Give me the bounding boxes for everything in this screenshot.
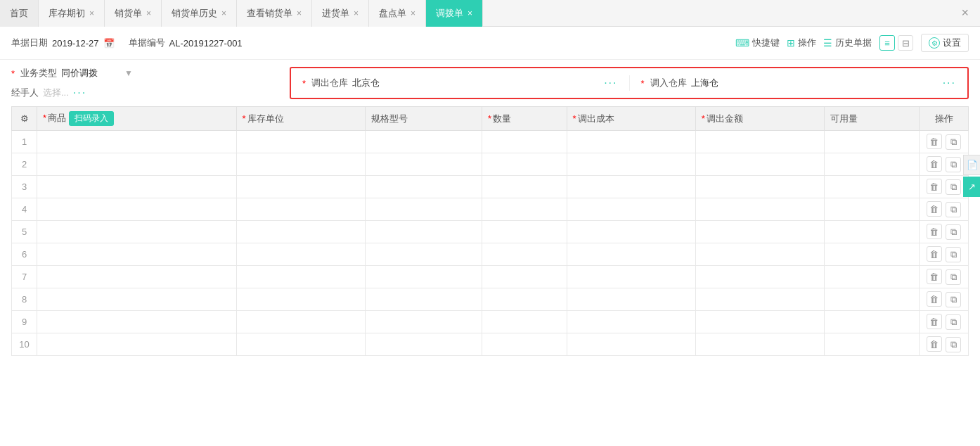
row-amount-10[interactable]	[695, 333, 824, 356]
row-cost-4[interactable]	[567, 198, 695, 221]
row-qty-3[interactable]	[482, 176, 567, 198]
delete-icon-4[interactable]: 🗑	[927, 201, 942, 217]
copy-icon-7[interactable]: ⧉	[946, 269, 961, 285]
settings-button[interactable]: ⚙ 设置	[921, 34, 969, 52]
copy-icon-3[interactable]: ⧉	[946, 179, 961, 195]
tab-inventory-init-close[interactable]: ×	[89, 8, 94, 18]
row-available-10[interactable]	[825, 333, 920, 356]
row-qty-1[interactable]	[482, 131, 567, 153]
row-amount-4[interactable]	[695, 198, 824, 221]
row-cost-9[interactable]	[567, 311, 695, 333]
row-product-7[interactable]	[37, 266, 237, 288]
row-cost-5[interactable]	[567, 221, 695, 243]
row-product-5[interactable]	[37, 221, 237, 243]
float-doc-button[interactable]: 📄	[963, 155, 980, 175]
copy-icon-8[interactable]: ⧉	[946, 292, 961, 307]
row-product-4[interactable]	[37, 198, 237, 221]
delete-icon-10[interactable]: 🗑	[927, 336, 942, 352]
row-product-9[interactable]	[37, 311, 237, 333]
row-available-7[interactable]	[825, 266, 920, 288]
tab-bar-close-button[interactable]: ×	[955, 6, 974, 20]
row-qty-2[interactable]	[482, 153, 567, 176]
tab-transfer[interactable]: 调拨单 ×	[426, 0, 483, 27]
copy-icon-2[interactable]: ⧉	[946, 157, 961, 172]
tab-view-sales[interactable]: 查看销货单 ×	[237, 0, 312, 27]
row-unit-1[interactable]	[236, 131, 365, 153]
row-qty-8[interactable]	[482, 288, 567, 311]
tab-purchase[interactable]: 进货单 ×	[312, 0, 369, 27]
delete-icon-5[interactable]: 🗑	[927, 224, 942, 239]
row-product-2[interactable]	[37, 153, 237, 176]
row-spec-2[interactable]	[365, 153, 482, 176]
row-unit-5[interactable]	[236, 221, 365, 243]
row-available-8[interactable]	[825, 288, 920, 311]
row-amount-5[interactable]	[695, 221, 824, 243]
row-cost-2[interactable]	[567, 153, 695, 176]
row-available-3[interactable]	[825, 176, 920, 198]
tab-home[interactable]: 首页	[0, 0, 39, 27]
delete-icon-7[interactable]: 🗑	[927, 269, 942, 284]
copy-icon-1[interactable]: ⧉	[946, 134, 961, 150]
tab-sales-history[interactable]: 销货单历史 ×	[162, 0, 237, 27]
copy-icon-10[interactable]: ⧉	[946, 337, 961, 352]
row-spec-9[interactable]	[365, 311, 482, 333]
copy-icon-5[interactable]: ⧉	[946, 224, 961, 240]
operations-button[interactable]: ⊞ 操作	[787, 37, 816, 49]
row-product-3[interactable]	[37, 176, 237, 198]
row-unit-6[interactable]	[236, 243, 365, 266]
row-cost-7[interactable]	[567, 266, 695, 288]
delete-icon-6[interactable]: 🗑	[927, 246, 942, 262]
row-cost-10[interactable]	[567, 333, 695, 356]
tab-inventory-init[interactable]: 库存期初 ×	[39, 0, 105, 27]
row-product-6[interactable]	[37, 243, 237, 266]
delete-icon-9[interactable]: 🗑	[927, 314, 942, 329]
row-amount-1[interactable]	[695, 131, 824, 153]
tab-transfer-close[interactable]: ×	[468, 8, 472, 18]
handler-placeholder[interactable]: 选择...	[43, 87, 69, 99]
row-unit-4[interactable]	[236, 198, 365, 221]
delete-icon-8[interactable]: 🗑	[927, 291, 942, 307]
delete-icon-3[interactable]: 🗑	[927, 179, 942, 194]
row-available-4[interactable]	[825, 198, 920, 221]
row-spec-5[interactable]	[365, 221, 482, 243]
tab-stocktake-close[interactable]: ×	[411, 8, 415, 18]
row-product-10[interactable]	[37, 333, 237, 356]
row-spec-1[interactable]	[365, 131, 482, 153]
row-unit-9[interactable]	[236, 311, 365, 333]
row-qty-4[interactable]	[482, 198, 567, 221]
row-cost-3[interactable]	[567, 176, 695, 198]
row-qty-5[interactable]	[482, 221, 567, 243]
row-available-5[interactable]	[825, 221, 920, 243]
tab-sales-order-close[interactable]: ×	[146, 8, 151, 18]
row-unit-8[interactable]	[236, 288, 365, 311]
business-type-dropdown[interactable]: ▼	[122, 68, 136, 78]
list-view-button[interactable]: ≡	[879, 35, 895, 51]
tab-view-sales-close[interactable]: ×	[297, 8, 302, 18]
row-product-1[interactable]	[37, 131, 237, 153]
row-amount-8[interactable]	[695, 288, 824, 311]
row-spec-3[interactable]	[365, 176, 482, 198]
scan-barcode-button[interactable]: 扫码录入	[69, 111, 114, 126]
delete-icon-2[interactable]: 🗑	[927, 156, 942, 172]
warehouse-in-more[interactable]: ···	[943, 77, 956, 89]
row-amount-2[interactable]	[695, 153, 824, 176]
copy-icon-6[interactable]: ⧉	[946, 247, 961, 262]
row-unit-10[interactable]	[236, 333, 365, 356]
float-export-button[interactable]: ↗	[963, 177, 980, 197]
row-spec-4[interactable]	[365, 198, 482, 221]
row-spec-7[interactable]	[365, 266, 482, 288]
row-available-2[interactable]	[825, 153, 920, 176]
row-qty-10[interactable]	[482, 333, 567, 356]
row-amount-7[interactable]	[695, 266, 824, 288]
row-spec-8[interactable]	[365, 288, 482, 311]
delete-icon-1[interactable]: 🗑	[927, 134, 942, 149]
row-qty-6[interactable]	[482, 243, 567, 266]
row-available-9[interactable]	[825, 311, 920, 333]
row-cost-1[interactable]	[567, 131, 695, 153]
row-cost-8[interactable]	[567, 288, 695, 311]
row-unit-2[interactable]	[236, 153, 365, 176]
row-unit-7[interactable]	[236, 266, 365, 288]
row-product-8[interactable]	[37, 288, 237, 311]
copy-icon-9[interactable]: ⧉	[946, 314, 961, 330]
row-amount-9[interactable]	[695, 311, 824, 333]
